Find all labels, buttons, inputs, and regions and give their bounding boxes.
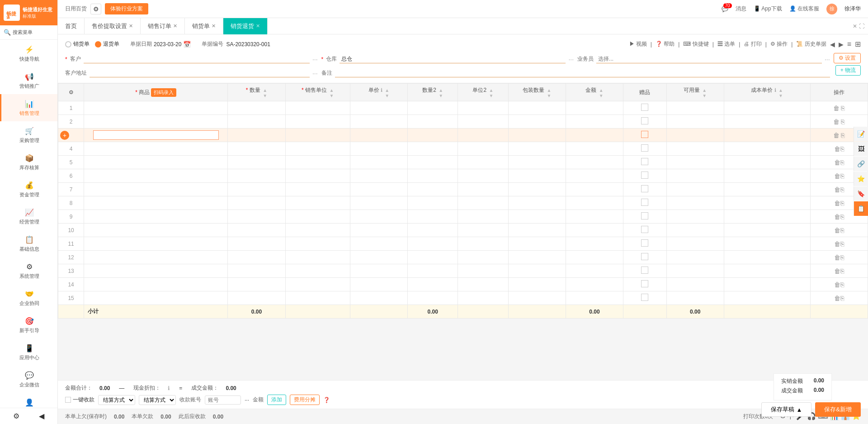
toolbar-select[interactable]: ☰ 选单 xyxy=(717,40,735,48)
gift-checkbox-1[interactable] xyxy=(641,104,648,111)
copy-row-3[interactable]: ⎘ xyxy=(841,132,844,139)
col-operations: 操作 xyxy=(810,84,868,101)
radio-return-bill[interactable]: 退货单 xyxy=(95,40,119,48)
gift-checkbox-3[interactable] xyxy=(641,131,648,138)
tab-sales-order[interactable]: 销售订单 ✕ xyxy=(141,18,185,34)
settings-icon[interactable]: ⚙ xyxy=(13,412,19,420)
toolbar-print[interactable]: 🖨 打印 xyxy=(744,40,761,48)
sidebar-item-appstore[interactable]: 📱 应用中心 xyxy=(0,338,57,366)
grid-view-icon[interactable]: ⊞ xyxy=(855,40,861,48)
rp-bookmark-icon[interactable]: 🔖 xyxy=(854,186,868,201)
delete-row-2[interactable]: 🗑 xyxy=(833,118,840,125)
copy-row-1[interactable]: ⎘ xyxy=(841,105,844,112)
sidebar-item-quicknav[interactable]: ⚡ 快捷导航 xyxy=(0,40,57,67)
form-action-buttons: ⚙ 设置 + 物流 xyxy=(834,53,861,76)
delete-row-1[interactable]: 🗑 xyxy=(833,105,840,112)
sidebar-item-member[interactable]: 👤 畅会员 xyxy=(0,393,57,408)
tab-close-price-settings[interactable]: ✕ xyxy=(129,23,133,29)
product-cell-1[interactable] xyxy=(84,101,228,115)
writeoff-method-select[interactable]: 结算方式 xyxy=(139,395,176,405)
list-view-icon[interactable]: ≡ xyxy=(847,40,851,48)
close-tab-icon[interactable]: ✕ xyxy=(853,23,857,29)
prev-record-icon[interactable]: ◀ xyxy=(830,41,835,48)
account-input[interactable] xyxy=(205,395,241,405)
remark-input[interactable] xyxy=(335,69,830,77)
sidebar-item-purchase[interactable]: 🛒 采购管理 xyxy=(0,121,57,148)
sidebar-item-guide[interactable]: 🎯 新手引导 xyxy=(0,311,57,338)
tab-home[interactable]: 首页 xyxy=(58,18,85,34)
tab-price-settings[interactable]: 售价提取设置 ✕ xyxy=(85,18,141,34)
radio-sale-bill[interactable]: 销货单 xyxy=(65,40,90,48)
tab-close-sales-order[interactable]: ✕ xyxy=(173,23,177,29)
scan-input-button[interactable]: 扫码录入 xyxy=(151,88,176,97)
trial-button[interactable]: 体验行业方案 xyxy=(105,3,148,14)
save-draft-button[interactable]: 保存草稿 ▲ xyxy=(761,402,811,417)
rp-orange-icon[interactable]: 📋 xyxy=(854,201,868,216)
address-input[interactable] xyxy=(90,69,310,77)
sidebar-item-wechat[interactable]: 💬 企业微信 xyxy=(0,366,57,393)
col-unit2: 单位2 ▲▼ xyxy=(458,84,508,101)
sidebar-item-business[interactable]: 📈 经营管理 xyxy=(0,203,57,230)
tab-close-sales-return[interactable]: ✕ xyxy=(256,23,260,29)
add-payment-button[interactable]: 添加 xyxy=(267,395,286,405)
customer-service-link[interactable]: 👤 在线客服 xyxy=(789,5,819,13)
radio-circle-sale xyxy=(65,41,71,48)
copy-row-2[interactable]: ⎘ xyxy=(841,118,844,125)
add-row-button[interactable]: + xyxy=(60,131,69,140)
customer-select-icon[interactable]: ··· xyxy=(312,56,318,63)
app-logo: 畅捷 通 畅捷通好生意 标准版 xyxy=(0,0,57,25)
customer-input[interactable] xyxy=(84,55,310,63)
sidebar-item-sales[interactable]: 📊 销售管理 xyxy=(0,94,57,121)
dropdown-arrow-icon[interactable]: ▲ xyxy=(796,406,802,413)
col-settings[interactable]: ⚙ xyxy=(58,84,84,101)
expense-split-button[interactable]: 费用分摊 xyxy=(290,395,320,405)
sidebar-item-basic[interactable]: 📋 基础信息 xyxy=(0,230,57,257)
sidebar-item-enterprise[interactable]: 🤝 企业协同 xyxy=(0,284,57,311)
calc-method-select[interactable]: 结算方式 xyxy=(98,395,135,405)
save-new-button[interactable]: 保存&新增 xyxy=(815,402,861,417)
tab-close-sales-bill[interactable]: ✕ xyxy=(212,23,216,29)
settings-button[interactable]: ⚙ xyxy=(90,4,101,14)
search-menu-item[interactable]: 🔍 搜索菜单 xyxy=(0,25,57,40)
toolbar-help[interactable]: ❓ 帮助 xyxy=(656,40,675,48)
logo-text: 畅捷通好生意 标准版 xyxy=(23,6,52,19)
salesperson-field: 业务员 ··· xyxy=(577,53,830,65)
discount-help-icon[interactable]: ℹ xyxy=(168,385,170,391)
message-icon[interactable]: 💬 70 xyxy=(722,6,728,12)
salesperson-input[interactable] xyxy=(596,55,822,63)
one-click-payment-checkbox[interactable]: 一键收款 xyxy=(65,396,94,404)
salesperson-select-icon[interactable]: ··· xyxy=(825,56,830,63)
sidebar-item-marketing[interactable]: 📢 营销推广 xyxy=(0,67,57,94)
address-select-icon[interactable]: ··· xyxy=(312,70,318,77)
sidebar-item-finance[interactable]: 💰 资金管理 xyxy=(0,176,57,203)
warehouse-select-icon[interactable]: ··· xyxy=(568,56,574,63)
tab-sales-return[interactable]: 销货退货 ✕ xyxy=(223,18,268,34)
sidebar-item-inventory[interactable]: 📦 库存核算 xyxy=(0,148,57,176)
expense-help-icon[interactable]: ❓ xyxy=(323,397,330,403)
toolbar-operate[interactable]: ⚙ 操作 xyxy=(770,40,788,48)
rp-star-icon[interactable]: ⭐ xyxy=(854,172,868,186)
table-row: 11🗑⎘ xyxy=(58,237,868,251)
username[interactable]: 徐泽华 xyxy=(844,5,861,13)
delete-row-3[interactable]: 🗑 xyxy=(833,132,840,139)
rp-link-icon[interactable]: 🔗 xyxy=(854,157,868,171)
next-record-icon[interactable]: ▶ xyxy=(839,41,844,48)
calendar-icon[interactable]: 📅 xyxy=(183,41,191,48)
rp-image-icon[interactable]: 🖼 xyxy=(854,142,868,156)
toolbar-video[interactable]: ▶ 视频 xyxy=(629,40,647,48)
add-logistics-button[interactable]: + 物流 xyxy=(835,65,861,76)
tab-sales-bill[interactable]: 销货单 ✕ xyxy=(185,18,223,34)
collapse-icon[interactable]: ◀ xyxy=(39,412,44,420)
table-row: 2 🗑 xyxy=(58,115,868,129)
product-input-3[interactable] xyxy=(93,130,219,140)
rp-note-icon[interactable]: 📝 xyxy=(854,127,868,141)
maximize-icon[interactable]: ⛶ xyxy=(859,23,864,29)
settings-button[interactable]: ⚙ 设置 xyxy=(834,53,861,63)
sidebar-item-system[interactable]: ⚙ 系统管理 xyxy=(0,257,57,284)
app-download-link[interactable]: 📱 App下载 xyxy=(754,5,782,13)
toolbar-shortcut[interactable]: ⌨ 快捷键 xyxy=(683,40,708,48)
toolbar-history[interactable]: 📜 历史单据 xyxy=(796,40,826,48)
col-quantity: * 数量 ▲▼ xyxy=(228,84,285,101)
gift-checkbox-2[interactable] xyxy=(641,117,648,124)
warehouse-input[interactable] xyxy=(340,55,566,63)
